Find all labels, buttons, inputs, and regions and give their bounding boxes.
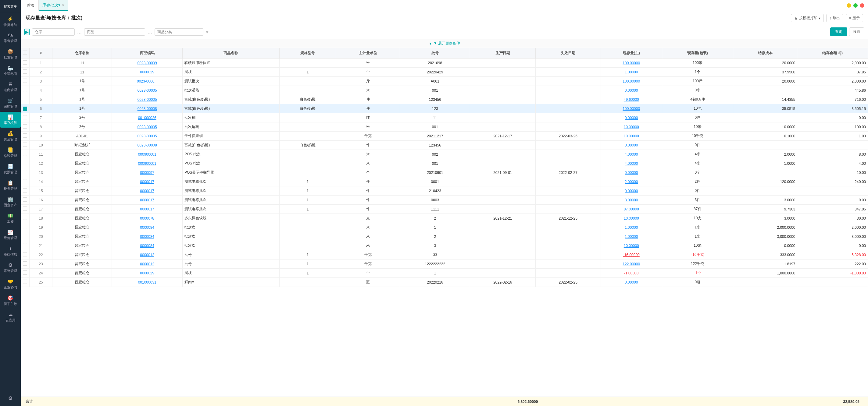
row-qty-main[interactable]: 10.00000 — [600, 241, 662, 250]
row-checkbox[interactable] — [23, 124, 27, 129]
row-code[interactable]: 0023-0000... — [112, 77, 183, 86]
row-qty-main[interactable]: 0.00000 — [600, 278, 662, 287]
row-checkbox-cell[interactable] — [21, 59, 29, 68]
row-checkbox[interactable] — [23, 179, 27, 183]
row-checkbox-cell[interactable] — [21, 177, 29, 187]
sidebar-item-retail[interactable]: 🛍 零售管理 — [0, 30, 21, 46]
row-qty-main[interactable]: 0.00000 — [600, 141, 662, 150]
category-input[interactable] — [155, 28, 204, 36]
row-checkbox-cell[interactable] — [21, 86, 29, 95]
sidebar-item-system[interactable]: ⚙ 系统管理 — [0, 260, 21, 276]
row-qty-main[interactable]: 1.00000 — [600, 223, 662, 232]
row-code[interactable]: 0000029 — [112, 68, 183, 77]
row-qty-main[interactable]: 100.00000 — [600, 77, 662, 86]
row-checkbox-cell[interactable] — [21, 150, 29, 159]
window-maximize-btn[interactable] — [854, 3, 858, 8]
display-button[interactable]: ≡ 显示 — [846, 14, 863, 22]
row-checkbox-cell[interactable] — [21, 223, 29, 232]
th-checkbox[interactable] — [21, 48, 29, 59]
sidebar-item-tax[interactable]: 📋 税务管理 — [0, 177, 21, 194]
row-code[interactable]: 0000097 — [112, 168, 183, 177]
filter-expand-arrow[interactable]: ▶ — [24, 29, 30, 35]
tab-close-btn[interactable]: × — [62, 3, 64, 7]
sidebar-search[interactable]: 搜索菜单 — [0, 2, 21, 12]
row-checkbox[interactable] — [23, 206, 27, 211]
row-qty-main[interactable]: 0.00000 — [600, 86, 662, 95]
row-checkbox[interactable] — [23, 261, 27, 266]
row-qty-main[interactable]: 0.00000 — [600, 168, 662, 177]
row-checkbox[interactable] — [23, 270, 27, 275]
row-checkbox[interactable] — [23, 78, 27, 83]
row-checkbox-cell[interactable] — [21, 278, 29, 287]
row-checkbox[interactable] — [23, 142, 27, 147]
tab-home[interactable]: 首页 — [23, 0, 39, 11]
row-code[interactable]: 0023-00005 — [112, 123, 183, 132]
row-code[interactable]: 0000017 — [112, 187, 183, 196]
row-checkbox[interactable]: ✓ — [23, 107, 27, 111]
row-qty-main[interactable]: 0.00000 — [600, 113, 662, 123]
row-checkbox-cell[interactable] — [21, 168, 29, 177]
row-code[interactable]: 000900001 — [112, 159, 183, 168]
row-checkbox-cell[interactable] — [21, 241, 29, 250]
row-code[interactable]: 0000084 — [112, 232, 183, 241]
row-checkbox-cell[interactable] — [21, 196, 29, 205]
row-checkbox[interactable] — [23, 243, 27, 247]
row-qty-main[interactable]: 0.00000 — [600, 187, 662, 196]
row-code[interactable]: 001000031 — [112, 278, 183, 287]
row-checkbox[interactable] — [23, 161, 27, 165]
row-qty-main[interactable]: 4.00000 — [600, 159, 662, 168]
row-code[interactable]: 0023-00005 — [112, 132, 183, 141]
header-checkbox[interactable] — [23, 50, 27, 55]
row-checkbox-cell[interactable] — [21, 232, 29, 241]
sidebar-item-invoice[interactable]: 🧾 发票管理 — [0, 161, 21, 177]
row-checkbox[interactable] — [23, 97, 27, 101]
row-qty-main[interactable]: -16.00000 — [600, 250, 662, 260]
row-checkbox[interactable] — [23, 133, 27, 138]
sidebar-item-ecommerce[interactable]: 🖥 电商管理 — [0, 79, 21, 95]
sidebar-item-business[interactable]: 📈 经营管理 — [0, 227, 21, 243]
row-qty-main[interactable]: 1.00000 — [600, 232, 662, 241]
row-qty-main[interactable]: 100.00000 — [600, 104, 662, 113]
row-checkbox[interactable] — [23, 115, 27, 120]
amount-info-icon[interactable]: ⓘ — [838, 51, 843, 56]
row-checkbox-cell[interactable] — [21, 77, 29, 86]
row-code[interactable]: 0023-00005 — [112, 86, 183, 95]
row-checkbox[interactable] — [23, 197, 27, 202]
row-code[interactable]: 0023-00008 — [112, 141, 183, 150]
row-checkbox[interactable] — [23, 152, 27, 156]
row-code[interactable]: 0000017 — [112, 177, 183, 187]
sidebar-item-basic[interactable]: ℹ 基础信息 — [0, 243, 21, 259]
row-code[interactable]: 0000012 — [112, 260, 183, 269]
row-qty-main[interactable]: 10.00000 — [600, 132, 662, 141]
row-checkbox-cell[interactable] — [21, 269, 29, 278]
tab-inventory-batch[interactable]: 库存批次▾ × — [39, 0, 68, 11]
row-code[interactable]: 000900001 — [112, 150, 183, 159]
row-checkbox-cell[interactable] — [21, 214, 29, 223]
row-checkbox-cell[interactable] — [21, 205, 29, 214]
row-checkbox-cell[interactable] — [21, 123, 29, 132]
row-checkbox[interactable] — [23, 88, 27, 92]
sidebar-item-collab[interactable]: 🤝 企业协同 — [0, 276, 21, 292]
warehouse-input[interactable] — [32, 28, 75, 36]
row-code[interactable]: 0023-00005 — [112, 95, 183, 104]
row-qty-main[interactable]: 4.00000 — [600, 150, 662, 159]
row-code[interactable]: 0023-00009 — [112, 59, 183, 68]
goods-input[interactable] — [84, 28, 145, 36]
row-code[interactable]: 0023-00008 — [112, 104, 183, 113]
window-close-btn[interactable] — [860, 3, 864, 8]
row-checkbox[interactable] — [23, 280, 27, 284]
settings-gear-icon[interactable]: ⚙ — [0, 393, 21, 404]
row-code[interactable]: 0000017 — [112, 196, 183, 205]
sidebar-item-cloud[interactable]: ☁ 云应用 — [0, 309, 21, 325]
row-code[interactable]: 0000084 — [112, 223, 183, 232]
sidebar-item-wholesale[interactable]: 📦 批发管理 — [0, 46, 21, 62]
row-checkbox-cell[interactable] — [21, 141, 29, 150]
search-button[interactable]: 查询 — [830, 27, 847, 36]
window-minimize-btn[interactable] — [847, 3, 851, 8]
sidebar-item-procurement[interactable]: 🛒 采购管理 — [0, 95, 21, 111]
sidebar-item-ledger[interactable]: 📒 总账管理 — [0, 145, 21, 161]
print-button[interactable]: 🖨 按模板打印 ▾ — [791, 14, 824, 22]
row-checkbox-cell[interactable] — [21, 113, 29, 123]
settings-button[interactable]: 设置 — [849, 27, 864, 36]
row-checkbox[interactable] — [23, 60, 27, 65]
